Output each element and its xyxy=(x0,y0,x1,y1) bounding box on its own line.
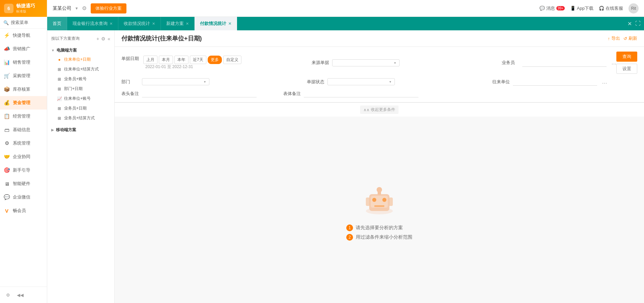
tab-collection-stats-label: 收款情况统计 xyxy=(124,21,150,27)
tab-new-scheme[interactable]: 新建方案 ✕ xyxy=(161,17,195,30)
user-avatar[interactable]: Rit xyxy=(628,3,639,13)
system-icon: ⚙ xyxy=(3,140,10,147)
date-btn-last-month[interactable]: 上月 xyxy=(143,56,157,64)
collapse-icon: ∧∧ xyxy=(363,108,370,112)
right-content: 付款情况统计(往来单位+日期) ↑ 导出 ↺ 刷新 单 xyxy=(115,30,644,303)
trial-btn[interactable]: 体验行业方案 xyxy=(91,3,126,13)
tab-home[interactable]: 首页 xyxy=(47,17,67,30)
app-icon: 📱 xyxy=(570,6,576,11)
scheme-item-salesman-date[interactable]: ⊞ 业务员+日期 xyxy=(47,103,114,113)
date-btn-this-month[interactable]: 本月 xyxy=(159,56,173,64)
sidebar-item-finance[interactable]: 💰 资金管理 xyxy=(0,96,47,110)
main-area: 某某公司 ▾ ⚙ 体验行业方案 💬 消息 99+ 📱 App下载 🎧 在线客服 … xyxy=(47,0,644,303)
doc-status-select[interactable]: ▾ xyxy=(327,78,395,85)
counterpart-more-btn[interactable]: … xyxy=(602,79,607,85)
doc-date-label: 单据日期 xyxy=(121,56,140,62)
source-doc-select[interactable]: ▾ xyxy=(332,59,400,66)
service-icon: 🎧 xyxy=(599,6,604,11)
scheme-table-icon4: ⊞ xyxy=(57,106,62,111)
date-btn-custom[interactable]: 自定义 xyxy=(223,56,241,64)
sidebar-item-label: 快捷导航 xyxy=(13,32,30,38)
sidebar-item-system[interactable]: ⚙ 系统管理 xyxy=(0,137,47,150)
sidebar-item-operations[interactable]: 📋 经营管理 xyxy=(0,110,47,123)
tip-num-1: 1 xyxy=(346,224,353,231)
left-panel: 按以下方案查询 + ⚙ « ▼ 电脑端方案 ● 往来单位+日期 ⊞ xyxy=(47,30,115,303)
salesman-more-btn[interactable]: … xyxy=(611,60,617,66)
counterpart-group: 往来单位 … xyxy=(492,78,600,86)
date-btn-this-year[interactable]: 本年 xyxy=(174,56,188,64)
search-menu[interactable]: 🔍 搜索菜单 xyxy=(0,17,47,29)
sidebar-item-hardware[interactable]: 🖥 智能硬件 xyxy=(0,177,47,190)
add-scheme-btn[interactable]: + xyxy=(96,36,99,41)
inventory-icon: 📦 xyxy=(3,86,10,93)
desktop-group-label: 电脑端方案 xyxy=(57,48,77,53)
scheme-item-salesman-settlement[interactable]: ⊞ 业务员+结算方式 xyxy=(47,113,114,123)
filter-settings-btn[interactable]: 设置 xyxy=(616,64,637,74)
scheme-settings-btn[interactable]: ⚙ xyxy=(101,36,106,41)
sidebar-item-member[interactable]: V 畅会员 xyxy=(0,204,47,217)
date-btn-more[interactable]: 更多 xyxy=(208,56,222,64)
scheme-item-dept-date[interactable]: ⊞ 部门+日期 xyxy=(47,84,114,94)
query-btn[interactable]: 查询 xyxy=(616,52,637,62)
tab-collection-stats[interactable]: 收款情况统计 ✕ xyxy=(118,17,161,30)
search-icon: 🔍 xyxy=(3,20,9,25)
settings-icon[interactable]: ⚙ xyxy=(82,5,87,11)
collapse-sidebar-btn[interactable]: ◀◀ xyxy=(16,290,25,300)
settings-btn[interactable]: ⚙ xyxy=(3,290,13,300)
scheme-item-salesman-account[interactable]: ⊞ 业务员+账号 xyxy=(47,74,114,84)
scheme-label: 业务员+日期 xyxy=(64,105,87,111)
tab-cash-flow[interactable]: 现金银行流水查询 ✕ xyxy=(67,17,118,30)
hardware-icon: 🖥 xyxy=(3,180,10,187)
sidebar-item-label: 企业微信 xyxy=(13,194,30,200)
table-body-note-input[interactable] xyxy=(304,90,418,97)
export-btn[interactable]: ↑ 导出 xyxy=(608,35,620,41)
tab-close-all-btn[interactable]: ✕ xyxy=(627,21,632,27)
salesman-input[interactable] xyxy=(522,59,607,67)
sidebar-item-inventory[interactable]: 📦 库存核算 xyxy=(0,83,47,96)
sidebar-item-enterprise[interactable]: 🤝 企业协同 xyxy=(0,150,47,163)
online-service-btn[interactable]: 🎧 在线客服 xyxy=(599,5,623,11)
table-head-note-input[interactable] xyxy=(142,90,257,97)
svg-point-7 xyxy=(377,187,382,192)
scheme-label: 往来单位+结算方式 xyxy=(64,66,99,72)
sidebar-item-basic-info[interactable]: 🗃 基础信息 xyxy=(0,123,47,137)
tab-new-scheme-close[interactable]: ✕ xyxy=(186,22,189,26)
sidebar-logo: 6 畅捷通巧 标准版 xyxy=(0,0,47,17)
sidebar-item-purchase[interactable]: 🛒 采购管理 xyxy=(0,69,47,83)
sidebar-item-quick-nav[interactable]: ⚡ 快捷导航 xyxy=(0,29,47,42)
page-header: 付款情况统计(往来单位+日期) ↑ 导出 ↺ 刷新 xyxy=(115,30,644,47)
date-btn-7days[interactable]: 近7天 xyxy=(190,56,206,64)
tab-fullscreen-btn[interactable]: ⛶ xyxy=(635,21,641,27)
tab-new-scheme-label: 新建方案 xyxy=(166,21,184,27)
group-arrow-icon: ▼ xyxy=(51,49,55,52)
collapse-more-btn[interactable]: ∧∧ 收起更多条件 xyxy=(360,105,399,114)
sidebar-item-label: 系统管理 xyxy=(13,140,30,146)
desktop-group-title[interactable]: ▼ 电脑端方案 xyxy=(47,46,114,55)
tab-collection-close[interactable]: ✕ xyxy=(152,22,155,26)
panel-collapse-btn[interactable]: « xyxy=(108,36,110,41)
scheme-item-counterpart-settlement[interactable]: ⊞ 往来单位+结算方式 xyxy=(47,64,114,74)
tab-cash-flow-close[interactable]: ✕ xyxy=(110,22,113,26)
dept-select[interactable]: ▾ xyxy=(142,78,209,85)
table-body-note-label: 表体备注 xyxy=(283,91,302,97)
company-dropdown-icon[interactable]: ▾ xyxy=(76,6,78,11)
source-doc-label: 来源单据 xyxy=(312,60,330,66)
refresh-btn[interactable]: ↺ 刷新 xyxy=(623,35,637,41)
sidebar-item-guide[interactable]: 🎯 新手引导 xyxy=(0,163,47,177)
sidebar-item-marketing[interactable]: 📣 营销推广 xyxy=(0,42,47,56)
source-doc-group: 来源单据 ▾ xyxy=(312,59,495,66)
member-icon: V xyxy=(3,207,10,214)
scheme-item-counterpart-account[interactable]: 📈 往来单位+账号 xyxy=(47,94,114,103)
sidebar-item-wechat[interactable]: 💬 企业微信 xyxy=(0,190,47,204)
tab-payment-stats[interactable]: 付款情况统计 ✕ xyxy=(195,17,237,30)
tab-payment-close[interactable]: ✕ xyxy=(228,22,231,26)
svg-rect-5 xyxy=(374,205,384,207)
counterpart-input[interactable] xyxy=(513,78,597,86)
app-download-btn[interactable]: 📱 App下载 xyxy=(570,5,593,11)
page-header-actions: ↑ 导出 ↺ 刷新 xyxy=(608,35,638,41)
sidebar-item-sales[interactable]: 📊 销售管理 xyxy=(0,56,47,69)
source-doc-arrow-icon: ▾ xyxy=(394,61,396,65)
mobile-group-title[interactable]: ▶ 移动端方案 xyxy=(47,126,114,134)
scheme-item-counterpart-date[interactable]: ● 往来单位+日期 xyxy=(47,55,114,64)
notifications-btn[interactable]: 💬 消息 99+ xyxy=(539,5,565,11)
